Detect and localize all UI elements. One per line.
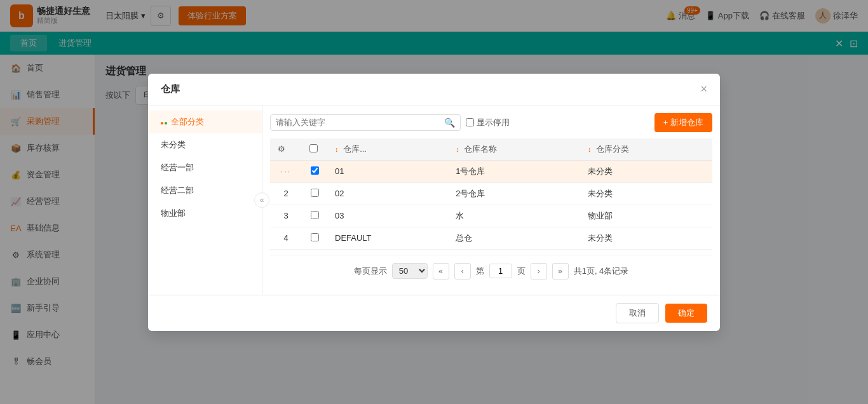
per-page-select[interactable]: 50 10 20 100: [392, 263, 428, 279]
category-unclassified-label: 未分类: [161, 139, 186, 151]
row-code: 03: [327, 205, 448, 227]
search-box: 🔍: [270, 114, 461, 131]
table-header-name: ↕ 仓库名称: [448, 138, 580, 161]
sort-icon-category: ↕: [588, 145, 592, 153]
next-page-button[interactable]: ›: [531, 263, 547, 279]
table-row: ··· 01 1号仓库 未分类: [270, 160, 712, 182]
row-checkbox-cell: [302, 227, 327, 249]
sort-icon-name: ↕: [456, 145, 459, 153]
row-name: 水: [448, 205, 580, 227]
prev-page-button[interactable]: ‹: [454, 263, 471, 279]
row-checkbox[interactable]: [311, 189, 319, 197]
table-header-gear: ⚙: [270, 138, 302, 161]
category-operations1-label: 经营一部: [161, 162, 194, 173]
row-code: DEFAULT: [327, 227, 448, 249]
total-info: 共1页, 4条记录: [574, 266, 629, 277]
category-operations2[interactable]: 经营二部: [148, 179, 262, 202]
gear-icon: ⚙: [278, 144, 285, 154]
table-header-category: ↕ 仓库分类: [580, 138, 712, 161]
category-all[interactable]: 全部分类: [148, 111, 262, 133]
row-checkbox[interactable]: [311, 233, 319, 241]
row-name: 总仓: [448, 227, 580, 249]
warehouse-modal: 仓库 × 全部分类 未分类: [148, 74, 720, 331]
show-disabled-checkbox[interactable]: [466, 118, 474, 126]
category-all-label: 全部分类: [171, 116, 204, 128]
category-operations1[interactable]: 经营一部: [148, 156, 262, 179]
modal-body: 全部分类 未分类 经营一部 经营二部 物业部 «: [148, 105, 720, 295]
row-name: 1号仓库: [448, 160, 580, 182]
category-property[interactable]: 物业部: [148, 202, 262, 225]
category-sidebar: 全部分类 未分类 经营一部 经营二部 物业部 «: [148, 105, 262, 295]
row-index: 3: [270, 205, 302, 227]
category-unclassified[interactable]: 未分类: [148, 133, 262, 156]
modal-close-button[interactable]: ×: [700, 83, 707, 96]
sort-icon-code: ↕: [335, 145, 339, 153]
table-header-code: ↕ 仓库...: [327, 138, 448, 161]
per-page-label: 每页显示: [354, 266, 387, 277]
row-index: ···: [270, 160, 302, 182]
modal-header: 仓库 ×: [148, 74, 720, 105]
page-label: 第: [476, 266, 484, 277]
table-container: ⚙ ↕ 仓库... ↕: [270, 138, 712, 250]
pagination-row: 每页显示 50 10 20 100 « ‹ 第 页 › » 共1页, 4条记录: [270, 255, 712, 287]
category-operations2-label: 经营二部: [161, 185, 194, 196]
row-category: 未分类: [580, 227, 712, 249]
show-disabled-text: 显示停用: [477, 117, 510, 128]
row-category: 物业部: [580, 205, 712, 227]
row-checkbox-cell: [302, 205, 327, 227]
table-header: ⚙ ↕ 仓库... ↕: [270, 138, 712, 161]
row-name: 2号仓库: [448, 182, 580, 205]
table-row: 4 DEFAULT 总仓 未分类: [270, 227, 712, 249]
confirm-button[interactable]: 确定: [665, 304, 707, 323]
cancel-button[interactable]: 取消: [616, 303, 659, 323]
all-category-dots: [161, 117, 167, 126]
page-input[interactable]: [489, 264, 512, 278]
modal-footer: 取消 确定: [148, 295, 720, 331]
table-toolbar: 🔍 显示停用 + 新增仓库: [270, 113, 712, 132]
category-collapse-button[interactable]: «: [254, 192, 269, 208]
table-area: 🔍 显示停用 + 新增仓库 ⚙: [262, 105, 720, 295]
modal-overlay: 仓库 × 全部分类 未分类: [0, 0, 868, 404]
row-index: 2: [270, 182, 302, 205]
page-suffix: 页: [517, 266, 526, 277]
row-checkbox-cell: [302, 160, 327, 182]
row-category: 未分类: [580, 160, 712, 182]
search-icon[interactable]: 🔍: [444, 118, 455, 128]
modal-title: 仓库: [161, 83, 180, 95]
row-index: 4: [270, 227, 302, 249]
row-checkbox-cell: [302, 182, 327, 205]
warehouse-table: ⚙ ↕ 仓库... ↕: [270, 138, 712, 250]
row-checkbox[interactable]: [311, 211, 319, 219]
table-body: ··· 01 1号仓库 未分类 2 02 2号仓库 未分类 3 03 水 物业部…: [270, 160, 712, 249]
row-code: 02: [327, 182, 448, 205]
table-header-check: [302, 138, 327, 161]
show-disabled-label[interactable]: 显示停用: [466, 117, 510, 128]
search-input[interactable]: [276, 118, 442, 127]
category-property-label: 物业部: [161, 208, 186, 219]
first-page-button[interactable]: «: [433, 263, 449, 279]
select-all-checkbox[interactable]: [309, 144, 318, 152]
table-row: 3 03 水 物业部: [270, 205, 712, 227]
last-page-button[interactable]: »: [552, 263, 569, 279]
add-warehouse-button[interactable]: + 新增仓库: [654, 113, 712, 132]
row-dots[interactable]: ···: [281, 166, 292, 176]
row-code: 01: [327, 160, 448, 182]
row-checkbox[interactable]: [311, 166, 319, 175]
row-category: 未分类: [580, 182, 712, 205]
table-row: 2 02 2号仓库 未分类: [270, 182, 712, 205]
